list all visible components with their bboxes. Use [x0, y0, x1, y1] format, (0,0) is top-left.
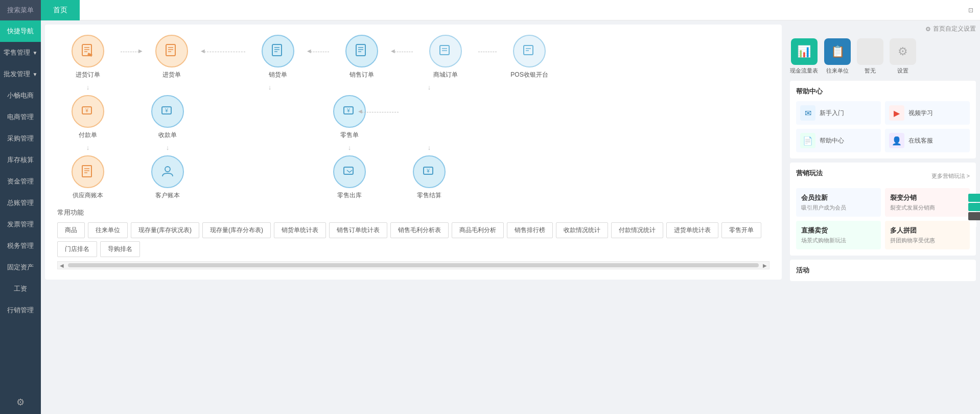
sidebar-item-purchase-mgmt[interactable]: 采购管理 — [0, 128, 41, 149]
sidebar-item-fixed-assets[interactable]: 固定资产 — [0, 257, 41, 278]
quick-icon-settings[interactable]: ⚙设置 — [890, 38, 916, 75]
receipt-node[interactable]: ¥ 收款单 — [137, 95, 198, 140]
more-marketing-link[interactable]: 更多营销玩法 > — [931, 172, 970, 180]
func-btn[interactable]: 进货单统计表 — [666, 222, 718, 238]
scroll-right[interactable]: ▶ — [761, 263, 769, 268]
func-btn[interactable]: 现存量(库存状况表) — [131, 222, 199, 238]
purchase-note-node[interactable]: 进货单 — [141, 35, 202, 79]
sales-order-label: 销售订单 — [349, 71, 374, 79]
sidebar-item-wholesale-mgmt[interactable]: 批发管理 ▼ — [0, 63, 41, 85]
marketing-item-group[interactable]: 多人拼团拼团购物享受优惠 — [885, 221, 970, 249]
svg-rect-8 — [272, 44, 282, 56]
quick-icon-none1[interactable]: 暂无 — [857, 38, 883, 75]
help-item-video[interactable]: ▶视频学习 — [885, 101, 970, 125]
help-icon-beginner: ✉ — [800, 105, 815, 121]
marketing-desc-fission: 裂变式发展分销商 — [890, 204, 965, 212]
help-icon-online-service: 👤 — [889, 133, 904, 148]
func-btn[interactable]: 往来单位 — [88, 222, 128, 238]
svg-point-32 — [165, 167, 170, 172]
func-btn[interactable]: 零售开单 — [721, 222, 761, 238]
arrow-4: ◀ — [394, 52, 413, 62]
search-menu-btn[interactable]: 搜索菜单 — [0, 0, 41, 20]
func-btn[interactable]: 销售毛利分析表 — [390, 222, 449, 238]
retail-out-label: 零售出库 — [337, 191, 362, 200]
home-tab[interactable]: 首页 — [41, 0, 80, 20]
supplier-book-icon — [72, 155, 104, 188]
svg-rect-4 — [166, 44, 175, 56]
func-btn[interactable]: 商品 — [57, 222, 85, 238]
flow-row-1: 进货订单 ▶ 进货单 — [57, 35, 769, 79]
marketing-item-fission[interactable]: 裂变分销裂变式发展分销商 — [885, 188, 970, 217]
float-btn-customer-service[interactable]: 客服热线 — [968, 194, 980, 202]
sidebar-gear-icon[interactable]: ⚙ — [0, 390, 41, 414]
quick-icon-partners[interactable]: 📋往来单位 — [824, 38, 851, 75]
svg-rect-19 — [524, 45, 533, 55]
pos-icon — [513, 35, 546, 67]
help-text-beginner: 新手入门 — [820, 109, 844, 118]
sales-note-node[interactable]: 销货单 — [247, 35, 309, 79]
scroll-left[interactable]: ◀ — [58, 263, 66, 268]
activity-box: 活动 — [790, 260, 976, 281]
mall-order-node[interactable]: 商城订单 — [415, 35, 476, 79]
help-text-help: 帮助中心 — [820, 136, 844, 145]
purchase-order-icon — [72, 35, 104, 67]
purchase-order-node[interactable]: 进货订单 — [57, 35, 119, 79]
sidebar-item-quick-nav[interactable]: 快捷导航 — [0, 20, 41, 42]
help-item-online-service[interactable]: 👤在线客服 — [885, 129, 970, 152]
sidebar-item-salary[interactable]: 工资 — [0, 278, 41, 300]
maximize-btn[interactable]: ⊡ — [966, 5, 976, 15]
vert-5: ↓ — [399, 83, 460, 91]
customize-row[interactable]: ⚙ 首页自定义设置 — [790, 25, 976, 33]
quick-icon-cashflow[interactable]: 📊现金流量表 — [790, 38, 818, 75]
quick-icon-label-settings: 设置 — [897, 67, 908, 75]
payment-icon: ¥ — [72, 95, 104, 128]
pos-node[interactable]: POS收银开台 — [499, 35, 560, 79]
mall-order-label: 商城订单 — [433, 71, 458, 79]
customize-gear-icon: ⚙ — [925, 26, 931, 33]
retail-order-node[interactable]: ¥ 零售单 — [319, 95, 380, 140]
float-btn-service-community[interactable]: 服务社区 — [968, 203, 980, 211]
sales-order-node[interactable]: 销售订单 — [331, 35, 392, 79]
scroll-thumb[interactable] — [68, 263, 759, 267]
func-btn[interactable]: 销售订单统计表 — [329, 222, 387, 238]
sales-note-icon — [262, 35, 294, 67]
sidebar-item-retail-mgmt[interactable]: 零售管理 ▼ — [0, 42, 41, 63]
func-btn[interactable]: 门店排名 — [57, 241, 97, 257]
sidebar-item-general-ledger[interactable]: 总账管理 — [0, 192, 41, 214]
func-btn[interactable]: 商品毛利分析 — [452, 222, 504, 238]
arrow-1: ▶ — [121, 52, 139, 62]
func-btn[interactable]: 付款情况统计 — [611, 222, 663, 238]
sidebar-item-ecom-mgmt[interactable]: 电商管理 — [0, 106, 41, 128]
func-btn[interactable]: 收款情况统计 — [556, 222, 608, 238]
sidebar-item-tax-mgmt[interactable]: 税务管理 — [0, 235, 41, 257]
func-btn[interactable]: 销货单统计表 — [274, 222, 326, 238]
func-btn[interactable]: 销售排行榜 — [507, 222, 553, 238]
svg-text:¥: ¥ — [426, 168, 430, 174]
help-item-beginner[interactable]: ✉新手入门 — [796, 101, 881, 125]
payment-node[interactable]: ¥ 付款单 — [57, 95, 119, 140]
help-item-help[interactable]: 📄帮助中心 — [796, 129, 881, 152]
marketing-item-member[interactable]: 会员拉新吸引用户成为会员 — [796, 188, 881, 217]
quick-icon-box-partners: 📋 — [824, 38, 851, 65]
float-btn-desktop-quick[interactable]: 桌面快捷 — [968, 212, 980, 220]
marketing-desc-live: 场景式购物新玩法 — [801, 237, 876, 244]
marketing-title-fission: 裂变分销 — [890, 193, 965, 202]
sidebar: 快捷导航零售管理 ▼批发管理 ▼小畅电商电商管理采购管理库存核算资金管理总账管理… — [0, 20, 41, 414]
sidebar-item-more[interactable]: 行销管理 — [0, 300, 41, 321]
func-btn[interactable]: 导购排名 — [100, 241, 140, 257]
svg-rect-12 — [356, 44, 365, 56]
sidebar-item-inventory[interactable]: 库存核算 — [0, 149, 41, 171]
customer-book-node[interactable]: 客户账本 — [137, 155, 198, 200]
customer-book-icon — [151, 155, 184, 188]
retail-out-node[interactable]: 零售出库 — [319, 155, 380, 200]
supplier-book-node[interactable]: 供应商账本 — [57, 155, 119, 200]
sidebar-item-finance-mgmt[interactable]: 资金管理 — [0, 171, 41, 192]
sidebar-item-invoice-mgmt[interactable]: 发票管理 — [0, 214, 41, 235]
sidebar-item-xiao-ecom[interactable]: 小畅电商 — [0, 85, 41, 106]
scroll-bar[interactable]: ◀ ▶ — [57, 261, 769, 269]
purchase-note-label: 进货单 — [162, 71, 181, 79]
retail-settle-node[interactable]: ¥ 零售结算 — [399, 155, 460, 200]
marketing-item-live[interactable]: 直播卖货场景式购物新玩法 — [796, 221, 881, 249]
svg-text:¥: ¥ — [85, 108, 88, 113]
func-btn[interactable]: 现存量(库存分布表) — [202, 222, 271, 238]
